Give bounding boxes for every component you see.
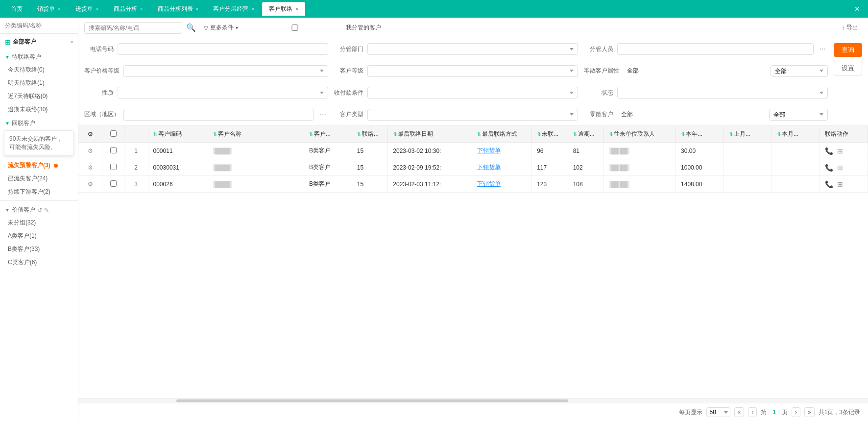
sidebar-item-class-b[interactable]: B类客户(33) [0, 243, 78, 256]
search-input[interactable] [84, 22, 182, 34]
zero-attr-select[interactable]: 全部 [771, 65, 828, 77]
value-customers-section[interactable]: ▼ 价值客户 ↺ ✎ [0, 203, 78, 216]
row-checkbox[interactable] [102, 176, 124, 193]
row-last-contact-method[interactable]: 下销货单 [472, 176, 531, 193]
close-purchase-tab[interactable]: × [96, 6, 99, 12]
last-page-button[interactable]: » [804, 407, 815, 417]
settings-button[interactable]: 设置 [834, 61, 862, 75]
export-button[interactable]: ↑ 导出 [838, 22, 862, 34]
tab-purchase[interactable]: 进货单 × [69, 2, 106, 16]
sidebar-item-overdue[interactable]: 逾期未联络(30) [0, 103, 78, 116]
close-sales-tab[interactable]: × [58, 6, 61, 12]
col-unit-contact[interactable]: ⇅往来单位联系人 [604, 126, 676, 143]
sidebar-search-bar[interactable]: 🔍 [0, 18, 78, 34]
query-button[interactable]: 查询 [834, 43, 862, 57]
tab-home[interactable]: 首页 [4, 2, 29, 16]
customer-type-select[interactable] [367, 109, 578, 121]
sidebar-item-class-c[interactable]: C类客户(6) [0, 256, 78, 269]
area-input[interactable] [123, 109, 314, 121]
search-button[interactable]: 🔍 [186, 23, 196, 32]
more-action-icon[interactable]: ⊞ [837, 180, 843, 188]
col-last-date[interactable]: ⇅最后联络日期 [388, 126, 472, 143]
collapse-icon: « [70, 39, 73, 45]
row-checkbox[interactable] [102, 143, 124, 159]
prev-page-button[interactable]: ‹ [748, 407, 757, 417]
payment-select[interactable] [367, 87, 578, 99]
sidebar-item-class-a[interactable]: A类客户(1) [0, 229, 78, 243]
col-uncontacted[interactable]: ⇅未联... [532, 126, 568, 143]
window-close-button[interactable]: ✕ [850, 3, 864, 15]
blurred-contact: ██ ██ [609, 164, 629, 171]
scrollbar-thumb[interactable] [176, 399, 568, 402]
churn-section[interactable]: ▼ 回脱客户 [0, 116, 78, 129]
row-this-month [772, 143, 820, 159]
sidebar-item-today[interactable]: 今天待联络(0) [0, 63, 78, 76]
tab-customer-contact[interactable]: 客户联络 × [262, 2, 305, 16]
col-overdue[interactable]: ⇅逾期... [568, 126, 603, 143]
col-code[interactable]: ⇅客户编码 [148, 126, 208, 143]
more-conditions-button[interactable]: ▽ 更多条件 ▾ [200, 22, 242, 34]
customer-level-label: 客户等级 [334, 67, 363, 75]
close-analysis-tab[interactable]: × [140, 6, 143, 12]
all-customers-header[interactable]: ⊞ 全部客户 « [0, 34, 78, 50]
edit-icon[interactable]: ✎ [44, 207, 49, 214]
contact-icon[interactable]: 📞 [825, 180, 833, 188]
more-action-icon[interactable]: ⊞ [837, 164, 843, 172]
col-contact[interactable]: ⇅联络... [352, 126, 387, 143]
total-records: 共1页，3条记录 [819, 408, 860, 417]
select-all-checkbox[interactable] [110, 130, 117, 137]
col-customer-type[interactable]: ⇅客户... [304, 126, 352, 143]
page-size-select[interactable]: 50 100 200 [706, 407, 730, 417]
sidebar-item-churn-predict[interactable]: 流失预警客户(3) [0, 159, 78, 172]
row-settings[interactable]: ⚙ [78, 176, 102, 193]
col-name[interactable]: ⇅客户名称 [208, 126, 304, 143]
refresh-icon[interactable]: ↺ [37, 207, 42, 214]
status-select[interactable] [617, 87, 828, 99]
dept-select[interactable] [367, 43, 578, 55]
col-this-month[interactable]: ⇅本月... [772, 126, 820, 143]
more-action-icon[interactable]: ⊞ [837, 147, 843, 155]
sidebar-item-tomorrow[interactable]: 明天待联络(1) [0, 76, 78, 90]
my-customers-checkbox-label[interactable]: 我分管的客户 [246, 24, 381, 32]
row-checkbox[interactable] [102, 159, 124, 176]
nature-select[interactable] [118, 87, 328, 99]
zero-customer-select[interactable]: 全部 [769, 109, 828, 121]
sidebar-item-ungroup[interactable]: 未分组(32) [0, 216, 78, 229]
tab-analysis-list[interactable]: 商品分析列表 × [151, 2, 206, 16]
phone-input[interactable] [118, 43, 328, 55]
sidebar-item-recall[interactable]: 持续下滑客户(2) [0, 185, 78, 198]
close-contact-tab[interactable]: × [295, 6, 298, 12]
person-more-btn[interactable]: ··· [818, 45, 828, 53]
customer-level-select[interactable] [367, 65, 578, 77]
price-level-select[interactable] [123, 65, 328, 77]
contact-icon[interactable]: 📞 [825, 164, 833, 172]
row-settings[interactable]: ⚙ [78, 159, 102, 176]
tab-sales[interactable]: 销货单 × [30, 2, 68, 16]
close-analysis-list-tab[interactable]: × [196, 6, 199, 12]
sidebar-item-already-churn[interactable]: 已流失客户(24) [0, 172, 78, 185]
pending-contact-section[interactable]: ▼ 待联络客户 [0, 50, 78, 63]
col-this-year[interactable]: ⇅本年... [676, 126, 724, 143]
filter-bar: 🔍 ▽ 更多条件 ▾ 我分管的客户 ↑ 导出 [78, 18, 868, 38]
contact-icon[interactable]: 📞 [825, 147, 833, 155]
col-last-month[interactable]: ⇅上月... [724, 126, 772, 143]
area-more-btn[interactable]: ··· [318, 110, 328, 119]
horizontal-scrollbar[interactable] [78, 398, 868, 403]
row-settings[interactable]: ⚙ [78, 143, 102, 159]
first-page-button[interactable]: « [734, 407, 745, 417]
blurred-name: ████ [213, 164, 232, 171]
row-last-contact-method[interactable]: 下销货单 [472, 159, 531, 176]
sidebar-search-input[interactable] [5, 22, 78, 29]
sort-icon-type: ⇅ [309, 131, 313, 137]
person-input[interactable] [617, 43, 814, 55]
price-level-label: 客户价格等级 [84, 67, 120, 75]
col-last-method[interactable]: ⇅最后联络方式 [472, 126, 531, 143]
my-customers-checkbox[interactable] [246, 25, 344, 31]
row-last-contact-method[interactable]: 下销货单 [472, 143, 531, 159]
close-segment-tab[interactable]: × [251, 6, 254, 12]
col-settings[interactable]: ⚙ [78, 126, 102, 143]
sidebar-item-7days[interactable]: 近7天待联络(0) [0, 90, 78, 103]
tab-analysis[interactable]: 商品分析 × [107, 2, 150, 16]
next-page-button[interactable]: › [792, 407, 800, 417]
tab-customer-segment[interactable]: 客户分层经营 × [206, 2, 261, 16]
